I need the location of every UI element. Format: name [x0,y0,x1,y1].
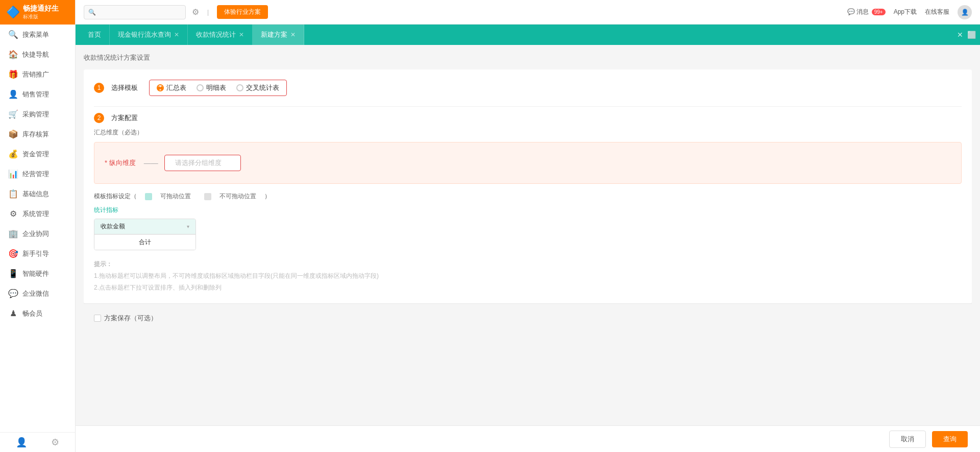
sidebar-item-basic-info[interactable]: 📋 基础信息 [0,184,75,204]
sidebar-item-inventory[interactable]: 📦 库存核算 [0,124,75,144]
vertical-dim-label: * 纵向维度 [105,158,136,168]
sidebar-item-operation[interactable]: 📊 经营管理 [0,164,75,184]
sidebar-item-label: 智能硬件 [22,269,49,278]
sidebar-item-system[interactable]: ⚙ 系统管理 [0,204,75,224]
settings-card: 1 选择模板 汇总表 明细表 交叉统计表 [84,69,972,303]
sidebar-logo-text: 畅捷通好生 [23,4,59,13]
sidebar-item-purchase[interactable]: 🛒 采购管理 [0,104,75,124]
building-icon: 🏢 [8,229,18,239]
radio-summary-label: 汇总表 [166,83,186,92]
sidebar-item-label: 新手引导 [22,249,49,258]
divider-1 [94,106,962,107]
settings-icon[interactable]: ⚙ [192,7,199,17]
money-icon: 💰 [8,149,18,159]
sidebar-item-label: 企业微信 [22,289,49,298]
sidebar-item-finance[interactable]: 💰 资金管理 [0,144,75,164]
tips-section: 提示： 1.拖动标题栏可以调整布局，不可跨维度或指标区域拖动栏目字段(只能在同一… [94,258,962,293]
tip-item-1: 1.拖动标题栏可以调整布局，不可跨维度或指标区域拖动栏目字段(只能在同一维度或指… [94,270,962,282]
config-section: 汇总维度（必选） * 纵向维度 —— 请选择分组维度 模板指标设定（ [94,128,962,293]
gear-icon: ⚙ [8,209,18,219]
sidebar-item-label: 营销推广 [22,70,49,79]
main-area: 🔍 ⚙ | 体验行业方案 💬 消息 99+ App下载 在线客服 👤 首页 现金… [76,0,980,452]
sidebar-avatar-icon[interactable]: 👤 [16,437,27,448]
tab-new-plan-close[interactable]: ✕ [290,31,296,38]
sidebar-item-enterprise[interactable]: 🏢 企业协同 [0,224,75,244]
sidebar-item-hardware[interactable]: 📱 智能硬件 [0,264,75,283]
member-icon: ♟ [8,308,18,318]
tabs-bar: 首页 现金银行流水查询 ✕ 收款情况统计 ✕ 新建方案 ✕ ✕ ⬜ [76,25,980,45]
sidebar-item-search-menu[interactable]: 🔍 搜索菜单 [0,25,75,44]
chart-icon: 📊 [8,169,18,179]
sidebar-item-label: 快捷导航 [22,50,49,59]
dimension-select[interactable]: 请选择分组维度 [164,155,241,171]
sidebar-item-label: 搜索菜单 [22,30,49,39]
sidebar-settings-icon[interactable]: ⚙ [51,437,59,448]
gift-icon: 🎁 [8,69,18,79]
indicator-table: 收款金额 ▾ 合计 [94,219,196,250]
tip-item-2: 2.点击标题栏下拉可设置排序、插入列和删除列 [94,282,962,294]
tab-new-plan[interactable]: 新建方案 ✕ [253,25,304,45]
user-icon: 👤 [8,89,18,99]
phone-icon: 📱 [8,269,18,278]
query-button[interactable]: 查询 [932,431,968,447]
legend-row: 模板指标设定（ 可拖动位置 不可拖动位置 ） [94,192,962,201]
sidebar-item-quick-nav[interactable]: 🏠 快捷导航 [0,44,75,64]
tab-collection-stat[interactable]: 收款情况统计 ✕ [188,25,253,45]
step2-badge: 2 [94,113,104,123]
vertical-dimension-row: * 纵向维度 —— 请选择分组维度 [105,155,951,171]
radio-cross-circle [236,84,243,91]
dimension-section-title: 汇总维度（必选） [94,128,962,137]
legend-label-prefix: 模板指标设定（ [94,192,137,201]
sidebar-item-label: 基础信息 [22,189,49,199]
tab-bank-flow[interactable]: 现金银行流水查询 ✕ [110,25,188,45]
online-service-link[interactable]: 在线客服 [925,8,949,16]
topbar-message-label: 消息 [856,8,869,15]
search-icon: 🔍 [8,30,18,39]
indicator-table-header: 收款金额 ▾ [94,219,195,234]
trial-industry-btn[interactable]: 体验行业方案 [217,5,268,19]
sidebar-item-member[interactable]: ♟ 畅会员 [0,303,75,323]
user-avatar[interactable]: 👤 [958,5,972,19]
message-icon[interactable]: 💬 消息 99+ [847,8,886,16]
sidebar-logo-sub: 标准版 [23,13,59,20]
step2-header-row: 2 方案配置 [94,113,962,123]
radio-summary-circle [157,84,164,91]
template-radio-group: 汇总表 明细表 交叉统计表 [149,80,287,96]
tab-home[interactable]: 首页 [80,25,110,45]
save-checkbox-box[interactable] [94,315,101,322]
radio-summary[interactable]: 汇总表 [157,83,186,92]
indicator-col-header: 收款金额 [101,222,125,231]
radio-detail[interactable]: 明细表 [197,83,226,92]
tab-collection-close[interactable]: ✕ [239,31,244,38]
legend-draggable-box [145,193,152,200]
legend-draggable-label: 可拖动位置 [160,192,191,201]
tab-bank-flow-close[interactable]: ✕ [174,31,179,38]
sidebar-logo: 🔷 畅捷通好生 标准版 [0,0,75,25]
step1-badge: 1 [94,83,104,93]
app-download-link[interactable]: App下载 [894,8,917,16]
radio-cross[interactable]: 交叉统计表 [236,83,279,92]
save-plan-checkbox[interactable]: 方案保存（可选） [94,314,157,323]
sidebar-item-label: 畅会员 [22,309,42,318]
sidebar-item-sales[interactable]: 👤 销售管理 [0,84,75,104]
tips-title: 提示： [94,260,112,268]
sidebar-item-label: 采购管理 [22,110,49,119]
sidebar-item-label: 系统管理 [22,209,49,219]
indicator-row-total: 合计 [94,234,195,250]
step1-label: 选择模板 [111,83,138,92]
topbar: 🔍 ⚙ | 体验行业方案 💬 消息 99+ App下载 在线客服 👤 [76,0,980,25]
topbar-search-box: 🔍 [84,5,186,19]
tab-home-label: 首页 [88,30,101,39]
radio-detail-label: 明细表 [206,83,226,92]
tab-minimize-icon[interactable]: ✕ [957,31,963,39]
sidebar-item-wechat[interactable]: 💬 企业微信 [0,283,75,303]
search-icon: 🔍 [88,9,96,16]
column-dropdown-icon[interactable]: ▾ [187,224,189,229]
save-plan-label: 方案保存（可选） [104,314,157,323]
cancel-button[interactable]: 取消 [889,431,926,448]
sidebar-logo-icon: 🔷 [6,6,20,19]
tab-maximize-icon[interactable]: ⬜ [967,31,976,39]
sidebar-item-marketing[interactable]: 🎁 营销推广 [0,64,75,84]
tabs-right-actions: ✕ ⬜ [957,31,976,39]
sidebar-item-guide[interactable]: 🎯 新手引导 [0,244,75,264]
